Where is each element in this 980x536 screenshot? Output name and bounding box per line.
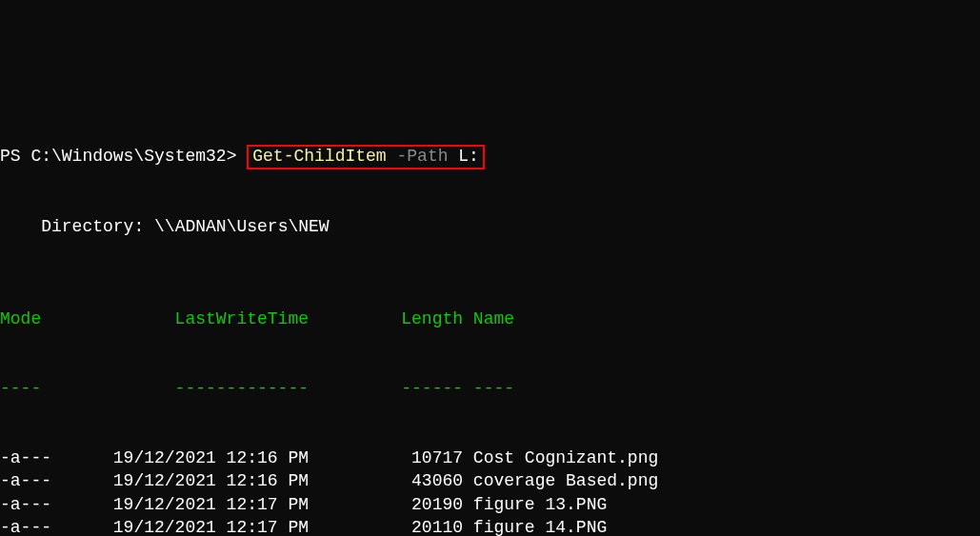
file-name: Cost Cognizant.png [463, 447, 658, 469]
file-lastwritetime: 19/12/2021 12:17 PM [62, 516, 309, 536]
file-length: 43060 [309, 469, 463, 492]
directory-line: Directory: \\ADNAN\Users\NEW [0, 215, 980, 238]
command-line-1: PS C:\Windows\System32> Get-ChildItem -P… [0, 145, 980, 169]
dash-mode: ---- [0, 377, 62, 400]
cmdlet-param: -Path [387, 147, 459, 166]
header-mode: Mode [0, 308, 62, 330]
file-mode: -a--- [0, 469, 62, 492]
highlight-annotation: Get-ChildItem -Path L: [247, 145, 485, 169]
dash-row: --------------------------- [0, 377, 980, 400]
prompt-prefix: PS C:\Windows\System32> [0, 147, 247, 166]
cmdlet-arg: L: [458, 147, 479, 166]
file-name: coverage Based.png [463, 469, 658, 492]
file-length: 20190 [309, 493, 463, 516]
header-lastwritetime: LastWriteTime [62, 308, 309, 330]
table-row: -a---19/12/2021 12:17 PM20110figure 14.P… [0, 516, 980, 536]
file-lastwritetime: 19/12/2021 12:16 PM [62, 469, 309, 492]
terminal-output[interactable]: PS C:\Windows\System32> Get-ChildItem -P… [0, 98, 980, 536]
cmdlet-name: Get-ChildItem [252, 147, 386, 166]
file-lastwritetime: 19/12/2021 12:16 PM [62, 447, 309, 469]
dash-name: ---- [463, 377, 514, 400]
header-name: Name [463, 308, 514, 330]
table-row: -a---19/12/2021 12:16 PM10717Cost Cogniz… [0, 447, 980, 469]
header-row: ModeLastWriteTimeLengthName [0, 308, 980, 330]
file-name: figure 13.PNG [463, 493, 607, 516]
file-name: figure 14.PNG [463, 516, 607, 536]
dash-lastwritetime: ------------- [62, 377, 309, 400]
file-mode: -a--- [0, 516, 62, 536]
file-listing: -a---19/12/2021 12:16 PM10717Cost Cogniz… [0, 447, 980, 536]
table-row: -a---19/12/2021 12:17 PM20190figure 13.P… [0, 493, 980, 516]
file-length: 10717 [309, 447, 463, 469]
file-mode: -a--- [0, 493, 62, 516]
file-lastwritetime: 19/12/2021 12:17 PM [62, 493, 309, 516]
header-length: Length [309, 308, 463, 330]
file-length: 20110 [309, 516, 463, 536]
dash-length: ------ [309, 377, 463, 400]
table-row: -a---19/12/2021 12:16 PM43060coverage Ba… [0, 469, 980, 492]
file-mode: -a--- [0, 447, 62, 469]
